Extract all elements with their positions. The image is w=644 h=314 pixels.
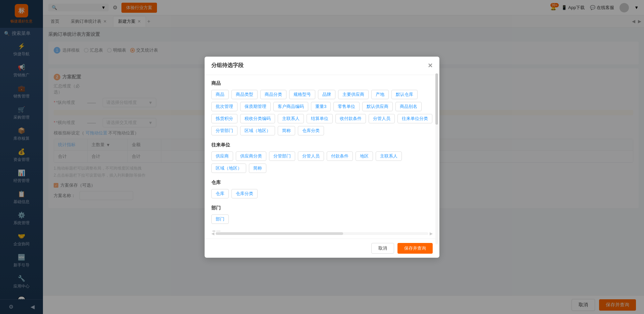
field-tag-fukuantiaojian[interactable]: 付款条件: [327, 151, 353, 161]
field-tag-chandi[interactable]: 产地: [371, 90, 389, 99]
section-counterpart-title: 往来单位: [211, 142, 433, 148]
field-tag-zhuyaogongyingshang[interactable]: 主要供应商: [338, 90, 369, 99]
field-tag-zhulisnren[interactable]: 主联系人: [278, 114, 304, 123]
field-tag-morencangku[interactable]: 默认仓库: [391, 90, 418, 99]
modal-header: 分组待选字段 ✕: [205, 57, 439, 75]
field-tag-jiancheng2[interactable]: 简称: [249, 164, 266, 173]
modal-section-goods: 商品 商品 商品类型 商品分类 规格型号 品牌 主要供应商 产地 默认仓库 批次…: [211, 80, 433, 135]
field-tag-quyu[interactable]: 区域（地区）: [240, 126, 275, 135]
modal-confirm-button[interactable]: 保存并查询: [397, 243, 433, 254]
field-tag-shofukuantiaojian[interactable]: 收付款条件: [335, 114, 366, 123]
field-select-modal: 分组待选字段 ✕ 商品 商品 商品类型 商品分类 规格型号 品牌 主要供应商 产…: [205, 57, 439, 258]
field-tag-zhulianxiren2[interactable]: 主联系人: [376, 151, 402, 161]
modal-section-department: 部门 部门: [211, 205, 433, 224]
field-tag-lingshoudanwei[interactable]: 零售单位: [333, 102, 360, 111]
field-tag-shangpinleixing[interactable]: 商品类型: [231, 90, 258, 99]
field-tag-fenguanmenbui[interactable]: 分管部门: [211, 126, 237, 135]
field-tag-jiancheng[interactable]: 简称: [278, 126, 295, 135]
modal-scrollbar-y-thumb[interactable]: [435, 73, 438, 125]
field-tag-cangkufenlei2[interactable]: 仓库分类: [231, 189, 258, 198]
field-tag-jiesuandanwei[interactable]: 结算单位: [307, 114, 333, 123]
field-tag-fenguanrenyuan2[interactable]: 分管人员: [298, 151, 324, 161]
field-tag-morengongyingshang[interactable]: 默认供应商: [362, 102, 393, 111]
modal-scrollbar-y-container: [435, 73, 438, 244]
field-tag-shangpin[interactable]: 商品: [211, 90, 229, 99]
section-warehouse-title: 仓库: [211, 180, 433, 186]
modal-overlay: 分组待选字段 ✕ 商品 商品 商品类型 商品分类 规格型号 品牌 主要供应商 产…: [0, 0, 644, 314]
field-grid-counterpart: 供应商 供应商分类 分管部门 分管人员 付款条件 地区 主联系人 区域（地区） …: [211, 151, 433, 173]
scroll-right-arrow[interactable]: ▶: [430, 231, 433, 236]
field-tag-baozhibaozhiguanli[interactable]: 保质期管理: [240, 102, 271, 111]
field-tag-shuishoufenlei[interactable]: 税收分类编码: [240, 114, 275, 123]
section-department-title: 部门: [211, 205, 433, 211]
modal-footer: 取消 保存并查询: [205, 239, 439, 258]
modal-scrollbar-y-track: [435, 73, 438, 244]
scroll-left-arrow[interactable]: ◀: [211, 231, 214, 236]
field-tag-cangku[interactable]: 仓库: [211, 189, 229, 198]
modal-cancel-button[interactable]: 取消: [371, 243, 394, 254]
field-tag-pinpai[interactable]: 品牌: [318, 90, 335, 99]
modal-title: 分组待选字段: [211, 62, 244, 69]
field-tag-cangkufenlei[interactable]: 仓库分类: [298, 126, 324, 135]
field-tag-diqu[interactable]: 地区: [356, 151, 373, 161]
field-tag-bumen[interactable]: 部门: [211, 214, 229, 224]
field-tag-wanglaifenlei[interactable]: 往来单位分类: [397, 114, 432, 123]
modal-scrollbar-x-container: ◀ ▶: [205, 231, 439, 239]
modal-section-counterpart: 往来单位 供应商 供应商分类 分管部门 分管人员 付款条件 地区 主联系人 区域…: [211, 142, 433, 173]
field-tag-jianhuojifen[interactable]: 拣货积分: [211, 114, 237, 123]
modal-section-warehouse: 仓库 仓库 仓库分类: [211, 180, 433, 198]
field-tag-shangpinfenlei[interactable]: 商品分类: [260, 90, 286, 99]
field-tag-quyu2[interactable]: 区域（地区）: [211, 164, 246, 173]
field-tag-shangpinbiename[interactable]: 商品别名: [395, 102, 422, 111]
modal-scrollbar-x-track: [216, 232, 428, 235]
field-tag-piciciguanli[interactable]: 批次管理: [211, 102, 237, 111]
field-grid-goods: 商品 商品类型 商品分类 规格型号 品牌 主要供应商 产地 默认仓库 批次管理 …: [211, 90, 433, 135]
modal-scrollbar-x-thumb[interactable]: [216, 232, 343, 235]
field-grid-department: 部门: [211, 214, 433, 224]
field-tag-kehushangpinbianma[interactable]: 客户商品编码: [273, 102, 308, 111]
modal-close-icon[interactable]: ✕: [428, 62, 433, 69]
field-tag-zhongliang3[interactable]: 重量3: [311, 102, 331, 111]
field-tag-gongyingshangfenlei[interactable]: 供应商分类: [236, 151, 266, 161]
field-tag-gongyingshang[interactable]: 供应商: [211, 151, 233, 161]
modal-body: 商品 商品 商品类型 商品分类 规格型号 品牌 主要供应商 产地 默认仓库 批次…: [205, 75, 439, 231]
field-grid-warehouse: 仓库 仓库分类: [211, 189, 433, 198]
field-tag-fenguanrenyuan[interactable]: 分管人员: [369, 114, 395, 123]
field-tag-guigexinghao[interactable]: 规格型号: [289, 90, 315, 99]
section-goods-title: 商品: [211, 80, 433, 86]
field-tag-fenguanmenbui2[interactable]: 分管部门: [269, 151, 295, 161]
